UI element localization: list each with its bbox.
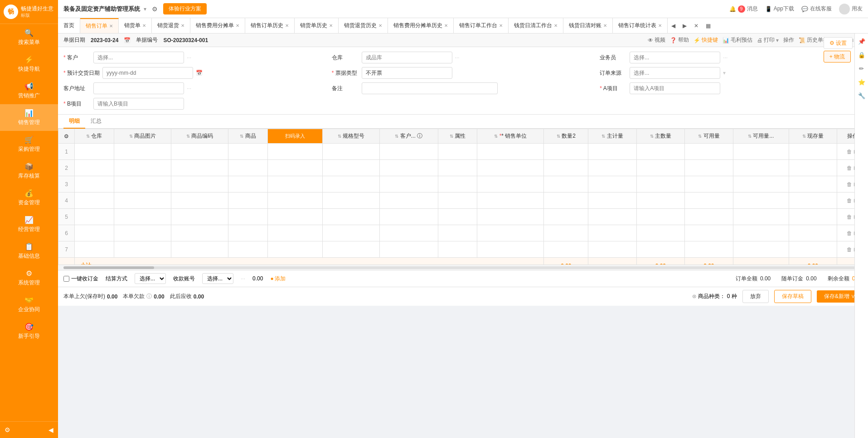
tab-menu-icon[interactable]: ▦ [702, 23, 714, 29]
settings-gear-icon[interactable]: ⚙ [150, 4, 160, 14]
cell-main-qty-6[interactable] [636, 225, 684, 241]
cell-warehouse-3[interactable] [75, 176, 114, 193]
tab-next-icon[interactable]: ▶ [679, 23, 690, 29]
tab-invoice-history[interactable]: 销货单历史 ✕ [295, 18, 339, 34]
one-click-deposit-checkbox[interactable]: 一键收订金 [63, 275, 98, 283]
notification-item[interactable]: 🔔 9 消息 [729, 5, 758, 13]
profit-action[interactable]: 📊 毛利预估 [723, 36, 752, 44]
warehouse-input[interactable] [362, 52, 452, 63]
tab-return[interactable]: 销货退货 ✕ [152, 18, 190, 34]
customer-more-icon[interactable]: ··· [187, 54, 191, 61]
add-material-btn[interactable]: + 物流 [824, 51, 851, 63]
sidebar-item-collab[interactable]: 🤝 企业协同 [0, 291, 58, 318]
th-barcode[interactable]: 扫码录入 [267, 129, 322, 144]
cell-product-4[interactable] [228, 193, 268, 209]
tab-stats[interactable]: 销售订单统计表 ✕ [613, 18, 668, 34]
settlement-select[interactable]: 选择... [135, 273, 166, 284]
tab-order-history[interactable]: 销售订单历史 ✕ [245, 18, 295, 34]
cell-unit-5[interactable] [477, 209, 544, 225]
cell-warehouse-7[interactable] [75, 241, 114, 258]
scrollbar-thumb[interactable] [63, 266, 154, 269]
collapse-icon[interactable]: ◀ [48, 426, 53, 433]
tab-expense[interactable]: 销售费用分摊单 ✕ [190, 18, 245, 34]
shortcut-action[interactable]: ⚡ 快捷键 [693, 36, 718, 44]
operation-action[interactable]: 操作 [783, 36, 794, 44]
cell-product-1[interactable] [228, 144, 268, 160]
a-project-input[interactable] [630, 82, 720, 94]
rp-edit-icon[interactable]: ✏ [856, 63, 868, 74]
cell-product-7[interactable] [228, 241, 268, 258]
cell-code-2[interactable] [171, 160, 228, 176]
barcode-scan-btn[interactable]: 扫码录入 [282, 132, 308, 140]
invoice-type-select[interactable]: 不开票 增值税普通发票 增值税专用发票 [362, 67, 452, 79]
tab-return-history-close-icon[interactable]: ✕ [378, 23, 382, 28]
cell-qty2-5[interactable] [544, 209, 588, 225]
cell-code-1[interactable] [171, 144, 228, 160]
tab-return-close-icon[interactable]: ✕ [181, 23, 184, 28]
cell-product-5[interactable] [228, 209, 268, 225]
cell-unit-6[interactable] [477, 225, 544, 241]
view-action[interactable]: 👁 视频 [648, 36, 665, 44]
cell-product-6[interactable] [228, 225, 268, 241]
sidebar-item-sales[interactable]: 📊 销售管理 [0, 104, 58, 131]
cell-warehouse-1[interactable] [75, 144, 114, 160]
cell-product-2[interactable] [228, 160, 268, 176]
cell-main-qty-1[interactable] [636, 144, 684, 160]
tab-home[interactable]: 首页 [58, 18, 80, 34]
tab-sales-order-close-icon[interactable]: ✕ [109, 24, 113, 29]
warehouse-more-icon[interactable]: ··· [455, 54, 460, 61]
cell-main-qty-4[interactable] [636, 193, 684, 209]
horizontal-scrollbar[interactable] [58, 265, 868, 270]
tab-prev-icon[interactable]: ◀ [668, 23, 679, 29]
delete-row-6-icon[interactable]: 🗑 [847, 230, 852, 236]
tab-order-history-close-icon[interactable]: ✕ [285, 23, 289, 28]
salesperson-more-icon[interactable]: ··· [723, 54, 727, 61]
cell-code-6[interactable] [171, 225, 228, 241]
tab-expense-history[interactable]: 销售费用分摊单历史 ✕ [388, 18, 454, 34]
cell-main-qty-2[interactable] [636, 160, 684, 176]
help-action[interactable]: ❓ 帮助 [670, 36, 689, 44]
cell-qty2-2[interactable] [544, 160, 588, 176]
cell-qty2-3[interactable] [544, 176, 588, 193]
delivery-calendar-icon[interactable]: 📅 [196, 70, 203, 76]
tab-invoice[interactable]: 销货单 ✕ [119, 18, 152, 34]
calendar-icon[interactable]: 📅 [124, 37, 131, 43]
cell-unit-7[interactable] [477, 241, 544, 258]
cell-qty2-6[interactable] [544, 225, 588, 241]
notes-input[interactable] [362, 82, 498, 94]
cell-main-qty-5[interactable] [636, 209, 684, 225]
delete-row-4-icon[interactable]: 🗑 [847, 197, 852, 204]
current-order-info-icon[interactable]: ⓘ [146, 293, 152, 300]
sidebar-item-basic-info[interactable]: 📋 基础信息 [0, 238, 58, 265]
cell-code-4[interactable] [171, 193, 228, 209]
tab-daily-reconcile[interactable]: 钱货日清对账 ✕ [563, 18, 613, 34]
sidebar-item-marketing[interactable]: 📢 营销推广 [0, 77, 58, 104]
receipt-more-icon[interactable]: ··· [241, 275, 245, 282]
tab-order-workbench[interactable]: 销售订单工作台 ✕ [454, 18, 509, 34]
tab-stats-close-icon[interactable]: ✕ [658, 23, 662, 28]
sidebar-item-guide[interactable]: 🎯 新手引导 [0, 318, 58, 345]
cell-warehouse-6[interactable] [75, 225, 114, 241]
detail-tab-items[interactable]: 明细 [63, 115, 85, 129]
tab-expense-close-icon[interactable]: ✕ [236, 23, 239, 28]
cell-warehouse-2[interactable] [75, 160, 114, 176]
cell-main-qty-7[interactable] [636, 241, 684, 258]
cell-code-7[interactable] [171, 241, 228, 258]
address-more-icon[interactable]: ··· [187, 85, 191, 91]
cell-unit-2[interactable] [477, 160, 544, 176]
settings-bottom-icon[interactable]: ⚙ [5, 426, 10, 433]
cell-unit-3[interactable] [477, 176, 544, 193]
customer-input[interactable] [93, 52, 184, 63]
user-item[interactable]: 用友 [839, 4, 863, 14]
abandon-btn[interactable]: 放弃 [742, 290, 769, 303]
add-deposit-btn[interactable]: ● 添加 [270, 275, 285, 283]
receipt-account-select[interactable]: 选择... [202, 273, 233, 284]
tab-sales-order[interactable]: 销售订单 ✕ [80, 18, 119, 34]
rp-star-icon[interactable]: ⭐ [856, 76, 868, 88]
tab-daily-workbench-close-icon[interactable]: ✕ [554, 23, 558, 28]
rp-lock-icon[interactable]: 🔒 [856, 49, 868, 61]
save-draft-btn[interactable]: 保存草稿 [774, 290, 811, 303]
cell-warehouse-5[interactable] [75, 209, 114, 225]
cell-qty2-4[interactable] [544, 193, 588, 209]
tab-return-history[interactable]: 销货退货历史 ✕ [339, 18, 388, 34]
